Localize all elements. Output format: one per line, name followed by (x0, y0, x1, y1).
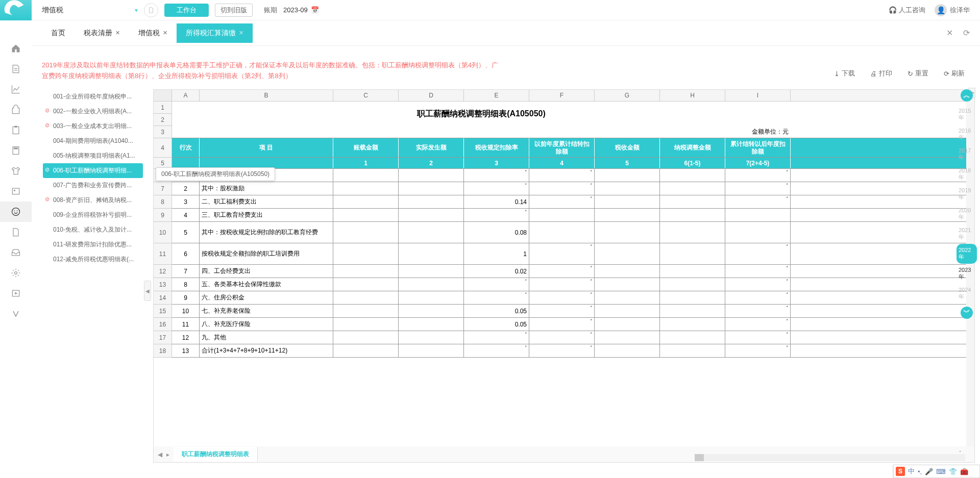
item-name-cell[interactable]: 八、补充医疗保险 (200, 318, 333, 331)
value-cell[interactable]: * (464, 344, 529, 357)
value-cell[interactable] (595, 182, 660, 195)
row-index-cell[interactable]: 4 (172, 209, 200, 221)
value-cell[interactable] (399, 222, 464, 243)
value-cell[interactable]: * (464, 182, 529, 195)
value-cell[interactable] (660, 331, 725, 344)
value-cell[interactable]: 0.02 (464, 265, 529, 278)
item-name-cell[interactable]: 合计(1+3+4+7+8+9+10+11+12) (200, 344, 333, 357)
rail-image-icon[interactable] (0, 181, 32, 202)
value-cell[interactable] (660, 318, 725, 331)
value-cell[interactable]: * (725, 291, 791, 304)
ime-skin-icon[interactable]: 👕 (949, 468, 957, 475)
round-doc-button[interactable] (144, 3, 158, 17)
tab-vat[interactable]: 增值税✕ (129, 23, 177, 43)
consult-link[interactable]: 🎧 人工咨询 (889, 6, 925, 15)
value-cell[interactable] (595, 169, 660, 182)
rail-inbox-icon[interactable] (0, 242, 32, 263)
value-cell[interactable] (595, 305, 660, 317)
value-cell[interactable]: 0.05 (464, 318, 529, 331)
year-item[interactable]: 2022年 (957, 244, 977, 264)
value-cell[interactable] (595, 331, 660, 344)
value-cell[interactable]: 1 (464, 243, 529, 264)
rail-file-icon[interactable] (0, 222, 32, 242)
item-name-cell[interactable]: 六、住房公积金 (200, 291, 333, 304)
value-cell[interactable] (333, 331, 399, 344)
print-button[interactable]: 🖨 打印 (870, 69, 892, 78)
value-cell[interactable] (595, 209, 660, 221)
close-icon[interactable]: ✕ (239, 30, 243, 36)
row-header[interactable]: 10 (154, 222, 172, 243)
col-header[interactable]: I (725, 90, 791, 101)
value-cell[interactable] (399, 318, 464, 331)
row-header[interactable]: 18 (154, 344, 172, 358)
value-cell[interactable]: * (725, 243, 791, 264)
tree-item[interactable]: 001-企业所得税年度纳税申... (43, 89, 143, 104)
tabs-refresh-icon[interactable]: ⟳ (963, 28, 970, 38)
tree-item[interactable]: 009-企业所得税弥补亏损明... (43, 208, 143, 222)
row-header[interactable]: 8 (154, 195, 172, 209)
row-header[interactable]: 9 (154, 209, 172, 222)
value-cell[interactable]: * (725, 318, 791, 331)
ime-tool-icon[interactable]: 🧰 (960, 468, 968, 475)
value-cell[interactable]: * (529, 243, 595, 264)
tree-item[interactable]: 007-广告费和业务宣传费跨... (43, 178, 143, 193)
year-item[interactable]: 2024年 (957, 284, 977, 304)
item-name-cell[interactable]: 七、补充养老保险 (200, 305, 333, 317)
sheet-tab-active[interactable]: 职工薪酬纳税调整明细表 (174, 447, 258, 462)
value-cell[interactable]: * (529, 195, 595, 208)
row-index-cell[interactable]: 5 (172, 222, 200, 243)
workbench-button[interactable]: 工作台 (164, 4, 209, 17)
reset-button[interactable]: ↻ 重置 (908, 69, 928, 78)
col-header[interactable]: B (200, 90, 333, 101)
value-cell[interactable]: * (529, 169, 595, 182)
row-index-cell[interactable]: 12 (172, 331, 200, 344)
period-picker[interactable]: 2023-09 📅 (283, 6, 319, 14)
value-cell[interactable]: * (529, 305, 595, 317)
value-cell[interactable] (333, 291, 399, 304)
value-cell[interactable]: * (725, 195, 791, 208)
col-header[interactable]: G (595, 90, 660, 101)
value-cell[interactable] (399, 169, 464, 182)
close-icon[interactable]: ✕ (115, 30, 120, 36)
value-cell[interactable] (399, 243, 464, 264)
value-cell[interactable] (399, 291, 464, 304)
rail-bag-icon[interactable] (0, 99, 32, 120)
year-item[interactable]: 2020年 (957, 204, 977, 224)
tree-item[interactable]: 010-免税、减计收入及加计... (43, 222, 143, 237)
value-cell[interactable] (333, 182, 399, 195)
value-cell[interactable] (725, 209, 791, 221)
tree-item[interactable]: ⊘002-一般企业收入明细表(A... (43, 104, 143, 119)
year-up-button[interactable]: ︽ (961, 89, 973, 102)
value-cell[interactable]: * (529, 318, 595, 331)
value-cell[interactable] (660, 278, 725, 291)
row-header[interactable]: 14 (154, 291, 172, 305)
tree-item[interactable]: ⊘003-一般企业成本支出明细... (43, 119, 143, 134)
sheet-nav-prev[interactable]: ▸ (166, 451, 169, 458)
value-cell[interactable] (595, 318, 660, 331)
value-cell[interactable]: * (464, 331, 529, 344)
value-cell[interactable] (660, 222, 725, 243)
value-cell[interactable]: 0.14 (464, 195, 529, 208)
rail-calc-icon[interactable] (0, 140, 32, 161)
value-cell[interactable]: * (464, 291, 529, 304)
close-icon[interactable]: ✕ (163, 30, 167, 36)
row-index-cell[interactable]: 3 (172, 195, 200, 208)
row-index-cell[interactable]: 9 (172, 291, 200, 304)
col-header[interactable]: A (172, 90, 200, 101)
tree-item[interactable]: 011-研发费用加计扣除优惠... (43, 237, 143, 252)
ime-logo[interactable]: S (896, 467, 905, 476)
year-item[interactable]: 2018年 (957, 164, 977, 184)
tab-tax-list[interactable]: 税表清册✕ (75, 23, 129, 43)
col-header[interactable]: D (399, 90, 464, 101)
year-item[interactable]: 2015年 (957, 105, 977, 124)
tree-item[interactable]: ⊘008-资产折旧、摊销及纳税... (43, 193, 143, 208)
year-item[interactable]: 2017年 (957, 144, 977, 164)
row-index-cell[interactable]: 8 (172, 278, 200, 291)
value-cell[interactable]: * (529, 331, 595, 344)
rail-shirt-icon[interactable] (0, 161, 32, 181)
row-header[interactable]: 13 (154, 278, 172, 291)
rail-clipboard-icon[interactable] (0, 120, 32, 140)
value-cell[interactable] (595, 243, 660, 264)
value-cell[interactable]: * (725, 305, 791, 317)
row-header[interactable]: 1 (154, 102, 172, 114)
